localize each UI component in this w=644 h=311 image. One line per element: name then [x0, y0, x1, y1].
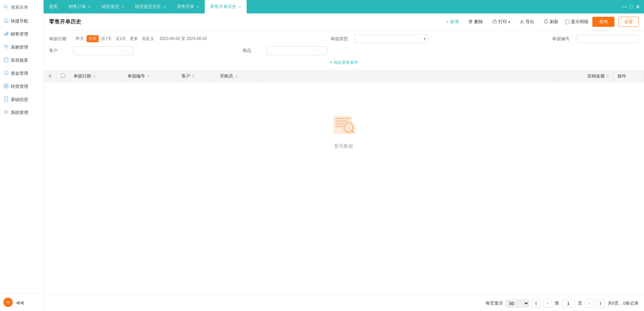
doc-type-label: 单据类型 — [331, 36, 349, 42]
svg-rect-28 — [494, 20, 496, 21]
th-operation: 操作 — [613, 70, 644, 82]
print-button[interactable]: 打印 ▾ — [490, 17, 513, 26]
refresh-button[interactable]: 刷新 — [541, 17, 561, 26]
sidebar-item-sales-mgmt[interactable]: 销售管理 — [0, 28, 43, 41]
th-checkbox[interactable] — [57, 70, 69, 82]
empty-illustration — [327, 109, 360, 139]
date-yesterday[interactable]: 昨天 — [75, 35, 85, 42]
add-button[interactable]: + 新增 — [443, 17, 461, 26]
goods-label: 商品 — [243, 48, 261, 54]
date-custom[interactable]: 自定义 — [141, 35, 155, 42]
sidebar-item-base-info[interactable]: 基础信息 — [0, 93, 43, 106]
th-amount[interactable]: 实销金额 ⇅ — [559, 70, 613, 82]
money-icon: ¥ — [3, 70, 9, 76]
customer-input-wrap[interactable]: ··· — [73, 46, 134, 55]
sidebar-label: 库存核算 — [11, 57, 28, 63]
tab-close-icon[interactable]: ✕ — [88, 5, 91, 9]
page-label: 第 — [555, 300, 559, 306]
doc-type-select[interactable] — [355, 35, 429, 43]
filter-area: 单据日期 昨天 今天 近7天 近1月 更多 自定义 2023-06-02 至 2… — [44, 31, 644, 70]
customer-dots-icon[interactable]: ··· — [123, 48, 128, 54]
sidebar-collapse-button[interactable]: ◀◀ — [15, 299, 23, 306]
sidebar-item-finance[interactable]: ¥ 资金管理 — [0, 67, 43, 80]
maximize-button[interactable]: □ — [630, 4, 633, 10]
next-page-button[interactable]: › — [585, 299, 594, 308]
chart-icon — [3, 31, 9, 37]
filter-row-1: 单据日期 昨天 今天 近7天 近1月 更多 自定义 2023-06-02 至 2… — [49, 35, 639, 43]
goods-input[interactable] — [270, 48, 317, 53]
gear-settings-button[interactable] — [3, 298, 13, 307]
select-all-checkbox[interactable] — [61, 73, 65, 78]
th-label: 客户 — [182, 73, 190, 79]
data-table: 单据日期 ⇅ 单据编号 ⇅ 客户 ⇅ 导购员 ⇅ — [44, 70, 644, 176]
first-page-button[interactable]: ⟪ — [532, 299, 541, 308]
tab-retail-open-history[interactable]: 零售开单历史 ✕ — [205, 0, 247, 13]
sidebar-item-inventory[interactable]: 库存核算 — [0, 54, 43, 67]
th-label: 单据编号 — [128, 73, 145, 79]
last-page-button[interactable]: ⟫ — [596, 299, 605, 308]
export-button[interactable]: 导出 — [517, 17, 537, 26]
goods-input-wrap[interactable]: ··· — [267, 46, 327, 55]
query-button[interactable]: 查询 — [592, 17, 614, 27]
settings-icon — [3, 109, 9, 116]
settings-button[interactable]: 设置 — [618, 17, 639, 27]
print-icon — [492, 19, 497, 25]
svg-point-6 — [7, 48, 7, 49]
collapse-conditions[interactable]: ∧ 收起更多条件 — [49, 58, 639, 68]
trash-icon — [468, 19, 473, 25]
sidebar-label: 基础信息 — [11, 97, 28, 103]
tab-retail-open[interactable]: 零售开单 ✕ — [171, 0, 205, 13]
tab-sales-return[interactable]: 销货退货 ✕ — [96, 0, 130, 13]
grid-icon — [3, 83, 9, 90]
page-suffix: 页 — [578, 300, 582, 306]
svg-rect-4 — [7, 32, 8, 36]
sidebar-item-quick-nav[interactable]: 快捷导航 — [0, 14, 43, 28]
tab-sales-return-history[interactable]: 销货退货历史 ✕ — [130, 0, 171, 13]
delete-button[interactable]: 删除 — [465, 17, 486, 26]
date-7days[interactable]: 近7天 — [100, 35, 113, 42]
toolbar: + 新增 删除 — [443, 17, 639, 27]
tab-close-icon[interactable]: ✕ — [121, 5, 124, 9]
display-detail-checkbox[interactable] — [565, 20, 569, 24]
th-guide[interactable]: 导购员 ⇅ — [216, 70, 262, 82]
sidebar-item-operations[interactable]: 经营管理 — [0, 80, 43, 93]
tab-close-icon[interactable]: ✕ — [163, 5, 166, 9]
sort-icon: ⇅ — [192, 74, 195, 78]
tab-sales-order[interactable]: 销售订单 ✕ — [63, 0, 96, 13]
th-label: 操作 — [617, 73, 626, 79]
th-customer[interactable]: 客户 ⇅ — [177, 70, 216, 82]
minimize-button[interactable]: — — [622, 4, 627, 10]
doc-no-input[interactable] — [576, 35, 639, 43]
box-icon — [3, 57, 9, 63]
th-doc-no[interactable]: 单据编号 ⇅ — [123, 70, 177, 82]
prev-page-button[interactable]: ‹ — [543, 299, 552, 308]
sidebar-item-sys-mgmt[interactable]: 系统管理 — [0, 106, 43, 119]
svg-rect-2 — [4, 34, 5, 36]
tab-close-icon[interactable]: ✕ — [196, 5, 199, 9]
date-more[interactable]: 更多 — [129, 35, 139, 42]
add-label: 新增 — [450, 19, 459, 25]
th-label: 实销金额 — [587, 73, 605, 79]
sort-icon: ⇅ — [147, 74, 149, 78]
per-page-select[interactable]: 10 20 50 100 — [506, 300, 529, 307]
svg-rect-11 — [4, 84, 6, 86]
goods-dots-icon[interactable]: ··· — [317, 48, 321, 54]
page-number-input[interactable] — [562, 300, 575, 307]
sidebar-item-purchase-mgmt[interactable]: 采购管理 — [0, 41, 43, 54]
tab-close-icon[interactable]: ✕ — [238, 5, 241, 9]
th-doc-date[interactable]: 单据日期 ⇅ — [69, 70, 123, 82]
tab-label: 销货退货 — [102, 4, 119, 10]
top-nav: 首页 销售订单 ✕ 销货退货 ✕ 销货退货历史 ✕ 零售开单 ✕ 零售开单历史 … — [44, 0, 644, 13]
date-1month[interactable]: 近1月 — [114, 35, 128, 42]
display-detail-checkbox-label[interactable]: 显示明细 — [565, 19, 588, 25]
sidebar-search[interactable]: 搜索采单 — [0, 0, 43, 14]
display-detail-label: 显示明细 — [571, 19, 588, 25]
customer-label: 客户 — [49, 48, 68, 54]
tab-home[interactable]: 首页 — [44, 0, 63, 13]
date-today[interactable]: 今天 — [87, 35, 99, 42]
customer-input[interactable] — [76, 48, 123, 53]
th-settings[interactable] — [44, 70, 57, 82]
pagination: 每页显示 10 20 50 100 ⟪ ‹ 第 页 › ⟫ 共0页，0条记录 — [44, 295, 644, 311]
close-button[interactable]: ✕ — [636, 4, 640, 10]
svg-rect-29 — [494, 22, 496, 23]
